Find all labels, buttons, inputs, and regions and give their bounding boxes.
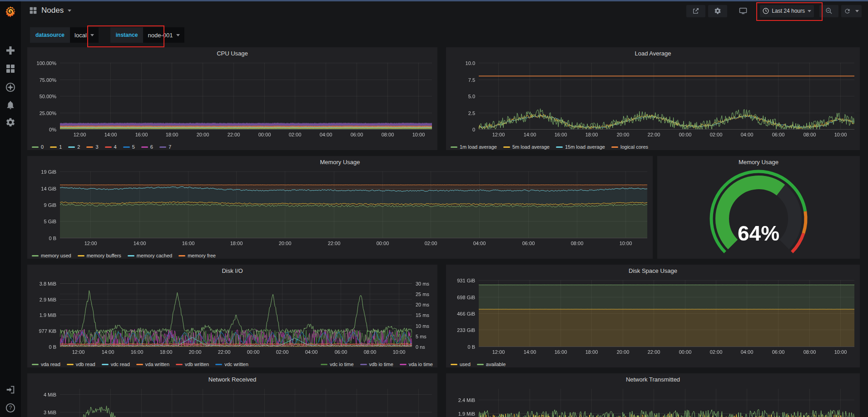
configuration-gear-icon[interactable] bbox=[3, 115, 18, 130]
legend-swatch bbox=[102, 364, 109, 365]
explore-compass-icon[interactable] bbox=[3, 80, 18, 95]
legend-swatch bbox=[176, 364, 183, 365]
dashboard-grid-icon bbox=[29, 6, 37, 15]
legend-item-memory-buffers[interactable]: memory buffers bbox=[78, 253, 121, 258]
legend-item-5m-load-average[interactable]: 5m load average bbox=[503, 144, 550, 150]
panel-legend: vda readvdb readvdc readvda writtenvdb w… bbox=[27, 359, 437, 369]
annotation-box-instance-variable bbox=[87, 25, 164, 47]
legend-item-15m-load-average[interactable]: 15m load average bbox=[556, 144, 605, 150]
dashboard-nav[interactable]: Nodes bbox=[29, 6, 71, 15]
legend-item-4[interactable]: 4 bbox=[105, 144, 117, 150]
annotation-box-time-picker bbox=[756, 2, 823, 21]
legend-item-memory-used[interactable]: memory used bbox=[32, 253, 71, 258]
legend-item-3[interactable]: 3 bbox=[86, 144, 98, 150]
svg-text:?: ? bbox=[9, 405, 12, 411]
dashboards-grid-icon[interactable] bbox=[3, 61, 18, 76]
panel-title[interactable]: Network Received bbox=[27, 373, 437, 385]
panel-title[interactable]: Memory Usage bbox=[657, 156, 860, 168]
legend-item-available[interactable]: available bbox=[477, 362, 506, 367]
legend-swatch bbox=[141, 146, 148, 148]
legend-swatch bbox=[32, 255, 39, 256]
legend-item-1m-load-average[interactable]: 1m load average bbox=[451, 144, 497, 150]
legend-swatch bbox=[451, 146, 457, 148]
legend-item-vdb-read[interactable]: vdb read bbox=[67, 362, 95, 367]
chart-canvas[interactable] bbox=[446, 385, 860, 417]
refresh-interval-caret-icon[interactable] bbox=[855, 10, 859, 12]
zoom-out-icon bbox=[825, 7, 833, 15]
legend-swatch bbox=[78, 255, 84, 256]
panel-load-average: Load Average 1m load average5m load aver… bbox=[446, 47, 860, 150]
legend-item-vda-written[interactable]: vda written bbox=[136, 362, 169, 367]
panel-disk-io: Disk I/O vda readvdb readvdc readvda wri… bbox=[27, 265, 437, 367]
chart-canvas[interactable] bbox=[27, 59, 437, 140]
dashboard-caret-icon bbox=[68, 10, 71, 12]
legend-item-memory-cached[interactable]: memory cached bbox=[128, 253, 172, 258]
legend-item-memory-free[interactable]: memory free bbox=[179, 253, 216, 258]
legend-swatch bbox=[32, 146, 39, 148]
sidebar: ? bbox=[0, 1, 21, 417]
panel-legend: usedavailable bbox=[446, 359, 860, 369]
panel-memory-usage-gauge: Memory Usage bbox=[657, 156, 860, 259]
legend-swatch bbox=[477, 364, 484, 365]
chart-canvas[interactable] bbox=[27, 385, 437, 417]
legend-item-used[interactable]: used bbox=[451, 362, 471, 367]
alerting-bell-icon[interactable] bbox=[3, 98, 18, 112]
legend-item-vda-io-time[interactable]: vda io time bbox=[400, 362, 433, 367]
sign-in-icon[interactable] bbox=[3, 382, 18, 397]
panel-disk-space-usage: Disk Space Usage usedavailable bbox=[446, 265, 860, 367]
legend-swatch bbox=[360, 364, 367, 365]
variable-caret-icon bbox=[176, 34, 180, 36]
panel-title[interactable]: CPU Usage bbox=[27, 47, 437, 59]
dashboard-settings-button[interactable] bbox=[708, 5, 727, 17]
legend-item-2[interactable]: 2 bbox=[68, 144, 80, 150]
legend-swatch bbox=[86, 146, 93, 148]
tv-icon bbox=[739, 7, 747, 15]
variable-datasource-label: datasource bbox=[30, 27, 70, 43]
chart-canvas[interactable] bbox=[27, 276, 437, 357]
legend-swatch bbox=[123, 146, 130, 148]
legend-item-logical-cores[interactable]: logical cores bbox=[611, 144, 648, 150]
cycle-view-button[interactable] bbox=[734, 5, 753, 17]
legend-swatch bbox=[321, 364, 327, 365]
share-button[interactable] bbox=[686, 5, 705, 17]
chart-canvas[interactable] bbox=[446, 276, 860, 357]
panel-title[interactable]: Network Transmitted bbox=[446, 373, 860, 385]
legend-swatch bbox=[67, 364, 74, 365]
legend-swatch bbox=[68, 146, 75, 148]
legend-swatch bbox=[611, 146, 618, 148]
grafana-logo[interactable] bbox=[3, 5, 18, 19]
panel-title[interactable]: Disk Space Usage bbox=[446, 265, 860, 276]
legend-item-5[interactable]: 5 bbox=[123, 144, 135, 150]
dashboard-header: Nodes Last 24 hours bbox=[21, 1, 868, 22]
legend-item-0[interactable]: 0 bbox=[32, 144, 44, 150]
refresh-button[interactable] bbox=[841, 5, 862, 17]
legend-item-6[interactable]: 6 bbox=[141, 144, 153, 150]
chart-canvas[interactable] bbox=[446, 59, 860, 140]
panel-cpu-usage: CPU Usage 01234567 bbox=[27, 47, 437, 150]
legend-swatch bbox=[556, 146, 563, 148]
legend-swatch bbox=[136, 364, 143, 365]
help-icon[interactable]: ? bbox=[3, 401, 18, 415]
legend-swatch bbox=[503, 146, 510, 148]
panel-network-received: Network Received bbox=[27, 373, 437, 417]
panel-legend: memory usedmemory buffersmemory cachedme… bbox=[27, 251, 653, 261]
legend-item-vda-read[interactable]: vda read bbox=[32, 362, 60, 367]
panel-title[interactable]: Load Average bbox=[446, 47, 860, 59]
panel-title[interactable]: Disk I/O bbox=[27, 265, 437, 276]
chart-canvas[interactable] bbox=[27, 168, 653, 249]
legend-swatch bbox=[128, 255, 134, 256]
legend-item-7[interactable]: 7 bbox=[159, 144, 171, 150]
panel-network-transmitted: Network Transmitted bbox=[446, 373, 860, 417]
legend-item-vdb-io-time[interactable]: vdb io time bbox=[360, 362, 393, 367]
legend-item-vdc-written[interactable]: vdc written bbox=[215, 362, 248, 367]
legend-item-vdb-written[interactable]: vdb written bbox=[176, 362, 209, 367]
legend-item-1[interactable]: 1 bbox=[50, 144, 62, 150]
legend-item-vdc-io-time[interactable]: vdc io time bbox=[321, 362, 354, 367]
legend-swatch bbox=[105, 146, 112, 148]
panel-title[interactable]: Memory Usage bbox=[27, 156, 653, 168]
refresh-icon bbox=[844, 8, 851, 15]
create-plus-icon[interactable] bbox=[3, 43, 18, 58]
legend-swatch bbox=[159, 146, 166, 148]
panel-legend: 01234567 bbox=[27, 142, 437, 152]
legend-item-vdc-read[interactable]: vdc read bbox=[102, 362, 130, 367]
